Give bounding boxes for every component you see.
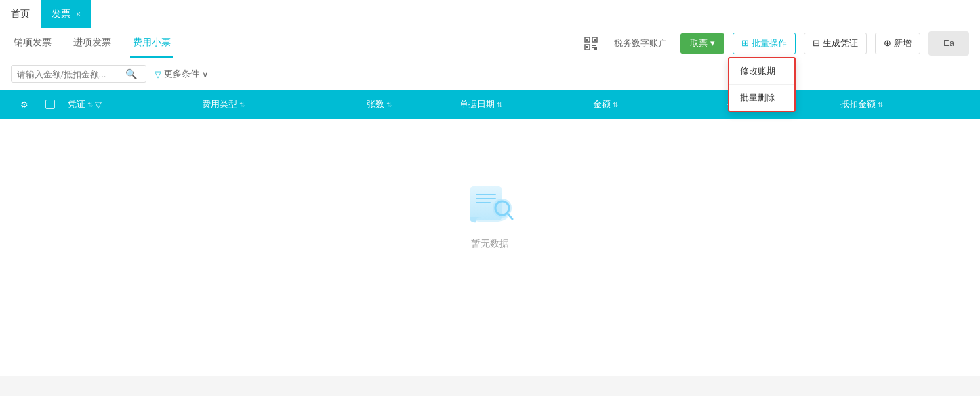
batch-op-dropdown: 修改账期 批量删除 — [728, 57, 796, 112]
th-amount[interactable]: 金额 ⇅ — [588, 98, 722, 111]
gen-voucher-icon: ⊟ — [813, 38, 820, 48]
more-filter-button[interactable]: ▽ 更多条件 ∨ — [155, 68, 209, 80]
sub-tabs-bar: 销项发票 进项发票 费用小票 税务数字账户 取票 ▾ — [0, 28, 980, 58]
filter-icon: ▽ — [155, 69, 161, 79]
batch-op-label: 批量操作 — [752, 37, 787, 50]
th-deduct-amount[interactable]: 抵扣金额 ⇅ — [835, 98, 969, 111]
table-header: ⚙ 凭证 ⇅ ▽ 费用类型 ⇅ 张数 ⇅ 单据日期 ⇅ 金额 ⇅ 抵扣率 ⇅ 抵… — [0, 90, 980, 119]
new-icon: ⊕ — [884, 38, 891, 48]
new-label: 新增 — [894, 37, 912, 50]
th-voucher-sort-icon: ⇅ — [87, 101, 93, 108]
invoice-tab-label: 发票 — [52, 8, 70, 20]
th-voucher-label: 凭证 — [68, 98, 85, 111]
batch-op-wrap: ⊞ 批量操作 修改账期 批量删除 — [733, 33, 796, 54]
select-all-checkbox[interactable] — [45, 100, 55, 109]
th-deduct-amount-label: 抵扣金额 — [840, 98, 876, 111]
th-expense-type-label: 费用类型 — [202, 98, 237, 111]
th-deduct-amount-sort-icon: ⇅ — [878, 101, 883, 108]
batch-op-button[interactable]: ⊞ 批量操作 — [733, 33, 796, 54]
svg-rect-1 — [586, 39, 588, 41]
svg-rect-7 — [594, 45, 596, 46]
user-avatar[interactable]: Ea — [928, 31, 969, 56]
th-settings[interactable]: ⚙ — [11, 100, 38, 110]
dropdown-item-modify-period[interactable]: 修改账期 — [729, 58, 794, 84]
search-input-wrap[interactable]: 🔍 — [11, 65, 146, 83]
qu-piao-arrow-icon: ▾ — [710, 38, 715, 48]
th-count-sort-icon: ⇅ — [386, 101, 392, 108]
qu-piao-label: 取票 — [690, 37, 708, 50]
th-voucher[interactable]: 凭证 ⇅ ▽ — [62, 98, 197, 111]
empty-state-label: 暂无数据 — [471, 238, 509, 250]
invoice-tab-close[interactable]: × — [76, 9, 81, 19]
gen-voucher-label: 生成凭证 — [823, 37, 858, 50]
more-filter-arrow-icon: ∨ — [202, 69, 209, 79]
th-expense-type-sort-icon: ⇅ — [239, 101, 245, 108]
th-amount-label: 金额 — [593, 98, 611, 111]
tax-account-button[interactable]: 税务数字账户 — [609, 35, 672, 52]
search-input[interactable] — [17, 69, 125, 79]
th-date-sort-icon: ⇅ — [497, 101, 502, 108]
more-filter-label: 更多条件 — [164, 68, 199, 80]
svg-line-18 — [508, 214, 512, 219]
invoice-tab[interactable]: 发票 × — [41, 0, 91, 28]
th-count-label: 张数 — [367, 98, 384, 111]
batch-op-icon: ⊞ — [741, 38, 749, 48]
toolbar: 税务数字账户 取票 ▾ ⊞ 批量操作 修改账期 批量删除 ⊟ 生成凭证 ⊕ 新增… — [581, 31, 969, 56]
qu-piao-button[interactable]: 取票 ▾ — [680, 33, 724, 54]
new-button[interactable]: ⊕ 新增 — [875, 33, 920, 54]
filter-bar: 🔍 ▽ 更多条件 ∨ — [0, 58, 980, 90]
svg-rect-3 — [594, 39, 596, 41]
content-area: 暂无数据 — [0, 119, 980, 376]
gen-voucher-button[interactable]: ⊟ 生成凭证 — [804, 33, 867, 54]
search-icon[interactable]: 🔍 — [125, 68, 137, 79]
tab-expense[interactable]: 费用小票 — [130, 28, 173, 58]
svg-rect-9 — [594, 47, 597, 50]
sub-tabs-left: 销项发票 进项发票 费用小票 — [11, 28, 173, 58]
empty-state: 暂无数据 — [0, 119, 980, 277]
th-date-label: 单据日期 — [460, 98, 495, 111]
top-nav: 首页 发票 × — [0, 0, 980, 28]
tab-input[interactable]: 进项发票 — [70, 28, 114, 58]
th-expense-type[interactable]: 费用类型 ⇅ — [197, 98, 361, 111]
svg-rect-5 — [586, 46, 588, 48]
th-checkbox[interactable] — [38, 100, 62, 109]
th-voucher-filter-icon: ▽ — [95, 100, 102, 110]
svg-rect-8 — [592, 47, 594, 48]
tab-sales[interactable]: 销项发票 — [11, 28, 54, 58]
svg-rect-6 — [592, 45, 594, 46]
home-tab[interactable]: 首页 — [0, 0, 41, 28]
th-count[interactable]: 张数 ⇅ — [361, 98, 454, 111]
th-date[interactable]: 单据日期 ⇅ — [454, 98, 588, 111]
empty-illustration — [456, 173, 524, 227]
dropdown-item-batch-delete[interactable]: 批量删除 — [729, 84, 794, 111]
th-amount-sort-icon: ⇅ — [613, 101, 618, 108]
qr-icon[interactable] — [581, 34, 600, 53]
